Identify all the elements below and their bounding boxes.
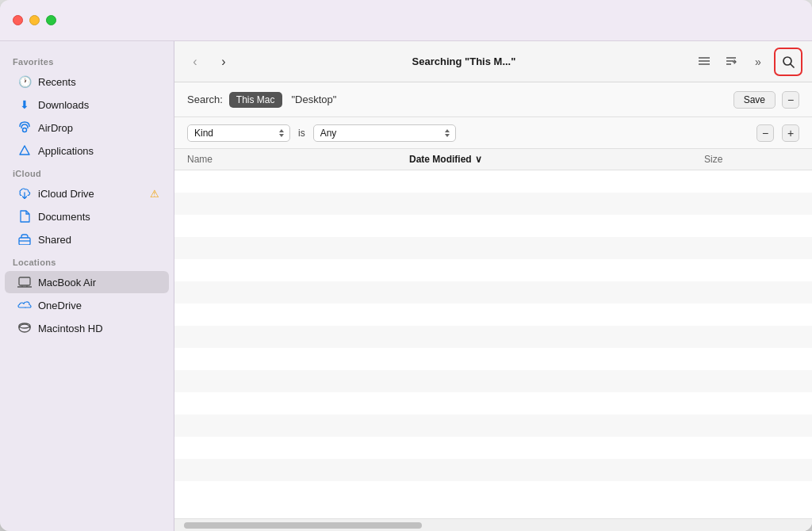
sidebar-item-icloud-drive[interactable]: iCloud Drive ⚠	[5, 182, 169, 204]
minimize-button[interactable]	[29, 15, 40, 25]
table-row[interactable]	[174, 459, 812, 481]
airdrop-icon	[17, 120, 32, 135]
sidebar-item-recents[interactable]: 🕐 Recents	[5, 71, 169, 93]
sidebar-item-applications[interactable]: Applications	[5, 139, 169, 162]
toolbar-title: Searching "This M..."	[241, 55, 687, 67]
sidebar-item-label-icloud-drive: iCloud Drive	[38, 188, 94, 200]
table-row[interactable]	[174, 215, 812, 237]
table-row[interactable]	[174, 170, 812, 193]
filter-remove-button[interactable]: −	[756, 124, 774, 142]
table-row[interactable]	[174, 326, 812, 348]
finder-toolbar: ‹ › Searching "This M..."	[174, 41, 812, 82]
table-header: Name Date Modified ∨ Size	[174, 149, 812, 170]
search-bar: Search: This Mac "Desktop" Save −	[174, 82, 812, 117]
macbook-air-icon	[17, 275, 32, 289]
search-label: Search:	[187, 94, 223, 105]
sidebar-item-macintosh-hd[interactable]: Macintosh HD	[5, 317, 169, 339]
sidebar-item-label-airdrop: AirDrop	[38, 122, 73, 134]
search-button[interactable]	[774, 48, 802, 76]
sidebar: Favorites 🕐 Recents ⬇ Downloads AirDrop	[0, 41, 174, 531]
table-row[interactable]	[174, 392, 812, 414]
kind-filter-select[interactable]: Kind	[187, 124, 290, 142]
sidebar-item-label-macintosh-hd: Macintosh HD	[38, 323, 103, 334]
sidebar-resize-handle[interactable]	[170, 41, 174, 531]
locations-section-label: Locations	[0, 251, 174, 270]
window-body: Favorites 🕐 Recents ⬇ Downloads AirDrop	[0, 41, 812, 531]
table-row[interactable]	[174, 237, 812, 259]
recents-icon: 🕐	[17, 74, 32, 89]
filter-add-button[interactable]: +	[782, 124, 799, 142]
favorites-section-label: Favorites	[0, 51, 174, 70]
svg-rect-4	[19, 277, 30, 285]
icloud-drive-row: iCloud Drive ⚠	[17, 186, 159, 201]
sidebar-item-label-documents: Documents	[38, 211, 90, 223]
scrollbar-thumb[interactable]	[184, 522, 422, 529]
column-date-modified[interactable]: Date Modified ∨	[409, 154, 704, 165]
icloud-drive-left: iCloud Drive	[17, 186, 94, 201]
sidebar-item-label-shared: Shared	[38, 234, 71, 246]
sort-arrow-icon: ∨	[475, 154, 482, 165]
filter-row: Kind is Any − +	[174, 117, 812, 149]
icloud-drive-icon	[17, 186, 32, 201]
column-name[interactable]: Name	[187, 154, 409, 165]
svg-point-0	[23, 128, 27, 132]
table-row[interactable]	[174, 281, 812, 304]
table-row[interactable]	[174, 437, 812, 459]
column-date-label: Date Modified	[409, 154, 472, 165]
titlebar	[0, 0, 812, 41]
table-row[interactable]	[174, 370, 812, 392]
traffic-lights	[13, 15, 56, 25]
sidebar-item-label-downloads: Downloads	[38, 99, 89, 111]
scope-desktop-button[interactable]: "Desktop"	[289, 91, 340, 108]
shared-icon	[17, 232, 32, 246]
close-button[interactable]	[13, 15, 23, 25]
more-options-button[interactable]: »	[747, 51, 769, 73]
table-rows	[174, 170, 812, 481]
icloud-warning-icon: ⚠	[150, 188, 159, 200]
main-content: ‹ › Searching "This M..."	[174, 41, 812, 531]
downloads-icon: ⬇	[17, 97, 32, 112]
sidebar-item-shared[interactable]: Shared	[5, 228, 169, 250]
scope-this-mac-button[interactable]: This Mac	[229, 92, 282, 108]
sidebar-item-label-onedrive: OneDrive	[38, 300, 82, 311]
remove-search-button[interactable]: −	[782, 91, 799, 109]
forward-button[interactable]: ›	[213, 51, 235, 73]
any-filter-select[interactable]: Any	[313, 124, 456, 142]
save-button[interactable]: Save	[733, 91, 776, 109]
table-row[interactable]	[174, 259, 812, 281]
table-row[interactable]	[174, 304, 812, 326]
macintosh-hd-icon	[17, 321, 32, 335]
documents-icon	[17, 209, 32, 223]
file-table: Name Date Modified ∨ Size	[174, 149, 812, 518]
maximize-button[interactable]	[46, 15, 56, 25]
column-size: Size	[704, 154, 799, 165]
sidebar-item-label-applications: Applications	[38, 145, 94, 157]
applications-icon	[17, 143, 32, 158]
icloud-section-label: iCloud	[0, 162, 174, 181]
sidebar-item-label-macbook-air: MacBook Air	[38, 277, 96, 288]
sidebar-item-documents[interactable]: Documents	[5, 205, 169, 227]
sidebar-item-label-recents: Recents	[38, 76, 76, 88]
filter-is-label: is	[298, 128, 305, 139]
sidebar-item-airdrop[interactable]: AirDrop	[5, 117, 169, 139]
table-row[interactable]	[174, 193, 812, 215]
list-view-button[interactable]	[693, 51, 715, 73]
back-button[interactable]: ‹	[184, 51, 206, 73]
svg-line-17	[791, 64, 794, 67]
table-row[interactable]	[174, 414, 812, 437]
toolbar-right: »	[693, 48, 802, 76]
sidebar-item-macbook-air[interactable]: MacBook Air	[5, 271, 169, 293]
sidebar-item-downloads[interactable]: ⬇ Downloads	[5, 94, 169, 116]
sidebar-item-onedrive[interactable]: OneDrive	[5, 294, 169, 316]
sort-view-button[interactable]	[720, 51, 742, 73]
table-row[interactable]	[174, 348, 812, 370]
onedrive-icon	[17, 298, 32, 312]
finder-window: Favorites 🕐 Recents ⬇ Downloads AirDrop	[0, 0, 812, 531]
horizontal-scrollbar[interactable]	[174, 518, 812, 531]
